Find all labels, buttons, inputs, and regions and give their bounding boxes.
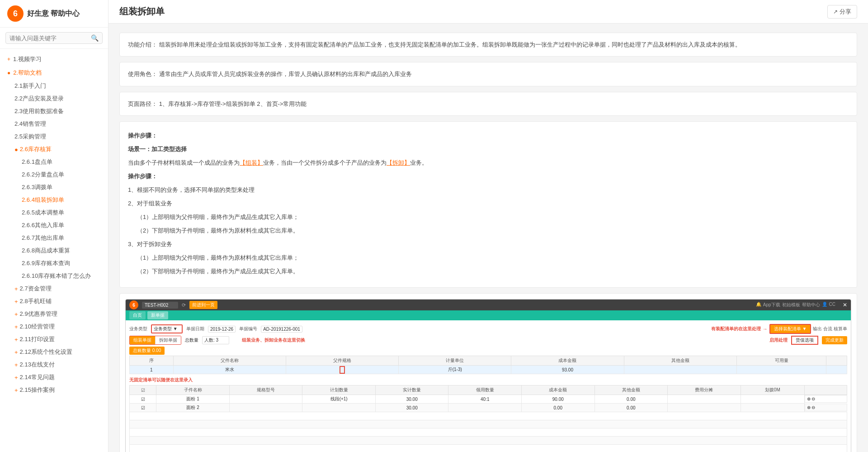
fake-date-input[interactable]: 2019-12-26 (208, 326, 236, 333)
fake-col-header-parent-spec: 父件规格 (286, 356, 398, 366)
fake-empty-row-4 (130, 420, 847, 428)
nav-sub-item-2-10[interactable]: + 2.10经营管理 (0, 320, 108, 333)
fake-tab-zuozhuang[interactable]: 组装单据 (130, 336, 155, 344)
fake-lower-cell-2-actual: 30.00 (375, 404, 448, 412)
fake-col-header-avail: 可用量 (736, 356, 826, 366)
sidebar: 6 好生意 帮助中心 🔍 + 1.视频学习 ● 2.帮助文档 2.1新手入门 2… (0, 0, 108, 452)
fake-type-input[interactable]: 业务类型 ▼ (151, 324, 183, 333)
nav-sub-item-2-1[interactable]: 2.1新手入门 (0, 80, 108, 92)
nav-sub-item-2-2[interactable]: 2.2产品安装及登录 (0, 92, 108, 105)
fake-row2-icon2[interactable]: ⊖ (811, 405, 815, 410)
expand-icon-2-12: + (14, 349, 18, 356)
nav-sub-item-2-5[interactable]: 2.5采购管理 (0, 130, 108, 143)
nav-label-2-6-9: 2.6.9库存账本查询 (22, 259, 70, 267)
fake-forward-btn[interactable]: 前进到一页 (189, 301, 217, 309)
fake-lower-cell-2-spec (229, 404, 302, 412)
nav-sub-item-2-6-6[interactable]: 2.6.6其他入库单 (0, 219, 108, 232)
nav-item-2[interactable]: ● 2.帮助文档 (0, 66, 108, 80)
search-input[interactable] (9, 35, 91, 42)
share-label: 分享 (840, 8, 851, 16)
link-zuozhuang[interactable]: 【组装】 (240, 159, 263, 166)
nav-sub-item-2-3[interactable]: 2.3使用前数据准备 (0, 105, 108, 118)
fake-order-input[interactable]: AD-20191226-001 (261, 326, 302, 333)
fake-user-label: CC (829, 302, 835, 308)
nav-label-2-14: 2.14常见问题 (20, 373, 55, 381)
nav-sub-item-2-6-2[interactable]: 2.6.2分量盘点单 (0, 168, 108, 181)
nav-sub-item-2-13[interactable]: + 2.13在线支付 (0, 358, 108, 371)
page-title: 组装拆卸单 (119, 5, 165, 18)
role-text: 通常由生产人员或库管人员完成拆装业务的操作，库管人员确认原材料的出库和产成品的入… (159, 71, 412, 77)
nav-sub-item-2-6-4[interactable]: 2.6.4组装拆卸单 (0, 194, 108, 206)
fake-save-btn[interactable]: 完成更新 (822, 336, 847, 344)
fake-top-bar: 6 TEST-H002 ⟳ 前进到一页 🔔 App下载 初始模板 帮助中心 👤 … (126, 300, 851, 310)
nav-sub-item-2-8[interactable]: + 2.8手机旺铺 (0, 295, 108, 308)
nav-sub-item-2-6-8[interactable]: 2.6.8商品成本重算 (0, 244, 108, 257)
fake-tab-chaichao[interactable]: 拆卸单据 (155, 336, 181, 344)
nav-sub-item-2-12[interactable]: + 2.12系统个性化设置 (0, 346, 108, 358)
fake-lower-row-2: ☑ 面粉 2 30.00 0.00 0.00 ⊕⊖ (130, 404, 847, 412)
fake-screenshot: 6 TEST-H002 ⟳ 前进到一页 🔔 App下载 初始模板 帮助中心 👤 … (125, 299, 851, 452)
fake-row-icon1[interactable]: ⊕ (807, 396, 811, 401)
fake-cell-1-name: 米水 (173, 366, 286, 374)
fake-empty-row-6 (130, 437, 847, 445)
nav-sub-item-2-6-1[interactable]: 2.6.1盘点单 (0, 156, 108, 168)
nav-label-2-6-2: 2.6.2分量盘点单 (22, 171, 64, 179)
fake-refresh-icon[interactable]: ⟳ (182, 302, 186, 308)
nav-sub-item-2-6-7[interactable]: 2.6.7其他出库单 (0, 232, 108, 244)
fake-address-bar[interactable]: TEST-H002 (142, 302, 178, 309)
annotation-1-area: 有装配清单的在这里处理 → 选择装配清单 ▼ 输出 合流 核算单 (711, 324, 847, 334)
expand-icon-2: ● (7, 70, 10, 76)
scenario1-desc: 当由多个子件材料组装成一个成品的业务为【组装】业务，当由一个父件拆分成多个子产品… (128, 157, 849, 169)
nav-sub-item-2-15[interactable]: + 2.15操作案例 (0, 384, 108, 396)
share-button[interactable]: ↗ 分享 (827, 5, 857, 19)
nav-label-2-11: 2.11打印设置 (20, 335, 55, 343)
nav-item-1[interactable]: + 1.视频学习 (0, 52, 108, 66)
fake-spec-input[interactable] (340, 366, 345, 374)
ops-block: 操作步骤： 场景一：加工类型选择 当由多个子件材料组装成一个成品的业务为【组装】… (119, 121, 857, 288)
fake-lower-cell-1-check: ☑ (130, 395, 156, 404)
fake-col-header-num: 序 (130, 356, 174, 366)
nav-label-2-2: 2.2产品安装及登录 (14, 95, 64, 103)
fake-lower-cell-2-check: ☑ (130, 404, 156, 412)
nav-sub-item-2-6-3[interactable]: 2.6.3调拨单 (0, 181, 108, 194)
fake-cell-1-other (624, 366, 736, 374)
fake-tab-new[interactable]: 新单据 (147, 311, 168, 319)
nav-sub-item-2-6-10[interactable]: 2.6.10库存账本错了怎么办 (0, 270, 108, 282)
fake-tab-home[interactable]: 自页 (129, 311, 146, 319)
fake-close-icon[interactable]: ✕ (843, 302, 847, 308)
fake-enable-input[interactable]: 货值选项 (791, 336, 818, 345)
fake-lower-row-6 (130, 437, 847, 445)
link-chaichao[interactable]: 【拆卸】 (387, 159, 410, 166)
nav-sub-item-2-11[interactable]: + 2.11打印设置 (0, 333, 108, 346)
nav-sub-item-2-4[interactable]: 2.4销售管理 (0, 118, 108, 130)
fake-upper-table-label: 总账数量 0.00 (129, 347, 165, 355)
fake-lower-cell-1-plan: 线段(+1) (302, 395, 376, 404)
path-text: 1、库存核算->库存管理->组装拆卸单 2、首页->常用功能 (159, 100, 307, 107)
fake-lower-col-alloc: 费用分摊 (668, 385, 741, 395)
nav-sub-item-2-6[interactable]: ● 2.6库存核算 (0, 143, 108, 156)
fake-cell-1-spec (286, 366, 398, 374)
fake-row2-icon1[interactable]: ⊕ (807, 405, 811, 410)
nav-sub-item-2-6-5[interactable]: 2.6.5成本调整单 (0, 206, 108, 219)
fake-lower-row-4 (130, 420, 847, 428)
search-icon[interactable]: 🔍 (91, 34, 99, 42)
fake-col-header-unit: 计量单位 (399, 356, 511, 366)
fake-extra-label: 输出 合流 核算单 (813, 326, 847, 332)
nav-sub-item-2-9[interactable]: + 2.9优惠券管理 (0, 308, 108, 320)
step1: 1、根据不同的业务，选择不同单据的类型来处理 (128, 184, 849, 196)
fake-row-icon2[interactable]: ⊖ (811, 396, 815, 401)
fake-config-btn[interactable]: 选择装配清单 ▼ (769, 324, 811, 334)
fake-qty-input[interactable]: 人数: 3 (202, 336, 229, 344)
fake-col-header-cost: 成本金额 (511, 356, 624, 366)
content-area: 功能介绍： 组装拆卸单用来处理企业组装或拆卸等加工业务，支持有固定装配清单的产品… (108, 24, 868, 452)
intro-label: 功能介绍： (128, 41, 157, 48)
nav-sub-item-2-7[interactable]: + 2.7资金管理 (0, 282, 108, 295)
fake-lower-row-1: ☑ 面粉 1 线段(+1) 30.00 40:1 90.00 0.00 ⊕ (130, 395, 847, 404)
logo-icon: 6 (7, 5, 24, 22)
fake-lower-cell-1-cost: 90.00 (521, 395, 594, 404)
fake-form-row-1: 业务类型 业务类型 ▼ 单据日期 2019-12-26 单据编号 AD-2019… (129, 324, 847, 334)
fake-template: 初始模板 (782, 302, 800, 308)
nav-sub-item-2-6-9[interactable]: 2.6.9库存账本查询 (0, 257, 108, 270)
nav-sub-item-2-14[interactable]: + 2.14常见问题 (0, 371, 108, 384)
nav-label-2-6-5: 2.6.5成本调整单 (22, 209, 64, 217)
